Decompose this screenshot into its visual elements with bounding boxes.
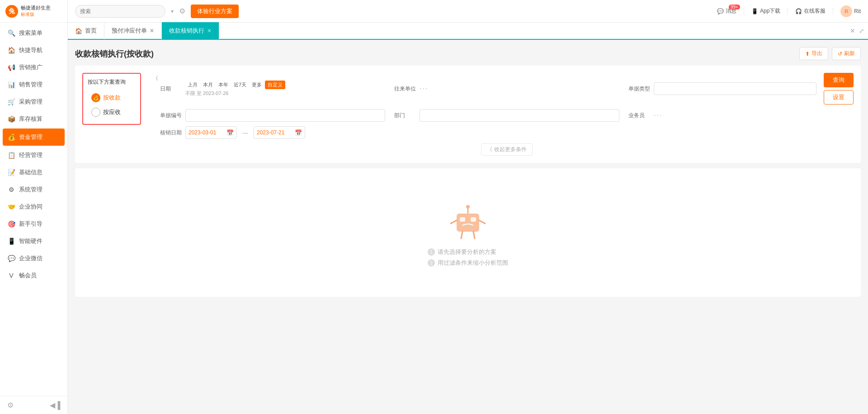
headphone-icon: 🎧 (795, 8, 802, 14)
nav-label-finance: 资金管理 (19, 133, 42, 141)
nav-label-smart-hardware: 智能硬件 (19, 237, 42, 245)
export-btn[interactable]: ⬆ 导出 (799, 47, 828, 60)
collapse-more-area: 《 收起更多条件 (160, 143, 854, 156)
date-opt-7days[interactable]: 近7天 (231, 81, 249, 89)
nav-label-sales: 销售管理 (19, 81, 42, 89)
tip-num-1: 1 (428, 248, 435, 256)
sidebar-item-sales[interactable]: 📊销售管理 (0, 76, 67, 93)
date-opt-this-year[interactable]: 本年 (216, 81, 231, 89)
nav-icon-system: ⚙ (7, 186, 15, 194)
message-btn[interactable]: 💬 消息 99+ (717, 7, 736, 15)
main-area: ▾ ⚙ 体验行业方案 💬 消息 99+ 📱 App下载 🎧 在线客服 R Rit (68, 0, 868, 414)
calendar-end-icon[interactable]: 📅 (295, 129, 302, 136)
collapse-filter-btn[interactable]: 《 (151, 74, 160, 83)
settings-btn[interactable]: 设置 (824, 90, 854, 105)
writeoff-start-input-wrap: 📅 (185, 126, 237, 139)
sidebar-item-marketing[interactable]: 📢营销推广 (0, 59, 67, 76)
settings-icon[interactable]: ⚙ (7, 401, 14, 409)
query-btn[interactable]: 查询 (824, 73, 854, 87)
voucher-type-select[interactable] (654, 82, 816, 95)
divider (744, 8, 744, 15)
sidebar-item-quick-nav[interactable]: 🏠快捷导航 (0, 42, 67, 59)
filter-option-by-receipt[interactable]: 💰 按收款 (88, 90, 136, 105)
sidebar-item-finance[interactable]: 💰资金管理 (3, 128, 65, 146)
tab-expand-icon[interactable]: ⤢ (859, 27, 864, 34)
writeoff-start-input[interactable] (189, 129, 225, 136)
nav-icon-newbie-guide: 🎯 (7, 220, 15, 228)
nav-icon-smart-hardware: 📱 (7, 237, 15, 245)
empty-tip2: 用过滤条件来缩小分析范围 (438, 259, 508, 267)
sidebar-item-purchase[interactable]: 🛒采购管理 (0, 93, 67, 110)
sidebar-item-search-menu[interactable]: 🔍搜索菜单 (0, 24, 67, 42)
refresh-btn[interactable]: ↺ 刷新 (832, 47, 861, 60)
industry-solution-btn[interactable]: 体验行业方案 (191, 5, 239, 18)
tab-home[interactable]: 🏠 首页 (68, 22, 104, 39)
collapse-sidebar-btn[interactable]: ◀▐ (50, 401, 60, 409)
collapse-icon: 《 (487, 146, 492, 153)
logo-icon: 兔 (5, 5, 18, 18)
sidebar-bottom: ⚙ ◀▐ (0, 396, 67, 414)
dept-label: 部门 (394, 112, 416, 119)
tab-receipt-writeoff-label: 收款核销执行 (169, 27, 204, 35)
username: Rit (854, 8, 861, 14)
tab-advance[interactable]: 预付冲应付单 ✕ (104, 22, 162, 39)
sidebar-item-inventory[interactable]: 📦库存核算 (0, 110, 67, 128)
sidebar-item-vip[interactable]: V畅会员 (0, 267, 67, 284)
sidebar-item-newbie-guide[interactable]: 🎯新手引导 (0, 215, 67, 233)
nav-icon-enterprise-collab: 🤝 (7, 203, 15, 211)
tip-num-2: 2 (428, 259, 435, 266)
staff-label: 业务员 (628, 112, 650, 119)
calendar-start-icon[interactable]: 📅 (226, 129, 234, 136)
sidebar-item-smart-hardware[interactable]: 📱智能硬件 (0, 233, 67, 250)
filter-date-row: 日期 上月 本月 本年 近7天 更多 自定义 不限 至 2023-07-26 (160, 73, 385, 105)
date-opt-last-month[interactable]: 上月 (185, 81, 200, 89)
search-input[interactable] (75, 5, 165, 18)
page-header: 收款核销执行(按收款) ⬆ 导出 ↺ 刷新 (75, 47, 861, 60)
writeoff-date-label: 核销日期 (160, 129, 182, 137)
voucher-no-input[interactable] (185, 109, 385, 122)
tab-close-all-icon[interactable]: ✕ (850, 27, 855, 34)
app-download-btn[interactable]: 📱 App下载 (751, 7, 780, 15)
nav-icon-search-menu: 🔍 (7, 29, 15, 37)
date-opt-more[interactable]: 更多 (250, 81, 264, 89)
filter-voucher-no-row: 单据编号 (160, 109, 385, 122)
sidebar-item-system[interactable]: ⚙系统管理 (0, 181, 67, 198)
gear-icon[interactable]: ⚙ (179, 7, 185, 15)
sidebar-item-enterprise-wechat[interactable]: 💬企业微信 (0, 250, 67, 267)
date-custom-btn[interactable]: 自定义 (265, 81, 285, 89)
nav-icon-sales: 📊 (7, 81, 15, 89)
nav-icon-enterprise-wechat: 💬 (7, 254, 15, 262)
nav-label-inventory: 库存核算 (19, 115, 42, 123)
dept-select[interactable] (420, 109, 619, 122)
date-opt-this-month[interactable]: 本月 (201, 81, 215, 89)
sidebar-item-operation[interactable]: 📋经营管理 (0, 147, 67, 164)
online-service-btn[interactable]: 🎧 在线客服 (795, 7, 826, 15)
nav-icon-basic-info: 📝 (7, 168, 15, 176)
tab-receipt-writeoff[interactable]: 收款核销执行 ✕ (162, 22, 219, 39)
date-options: 上月 本月 本年 近7天 更多 自定义 (185, 81, 385, 89)
empty-state: 1 请先选择要分析的方案 2 用过滤条件来缩小分析范围 (75, 168, 861, 297)
writeoff-end-input[interactable] (257, 129, 293, 136)
filter-option-by-receivable[interactable]: ⏱ 按应收 (88, 105, 136, 119)
collapse-more-btn[interactable]: 《 收起更多条件 (481, 143, 533, 156)
nav-label-quick-nav: 快捷导航 (19, 46, 42, 54)
svg-line-6 (479, 220, 485, 224)
sidebar-item-basic-info[interactable]: 📝基础信息 (0, 164, 67, 181)
tab-receipt-writeoff-close[interactable]: ✕ (207, 28, 212, 34)
user-area[interactable]: R Rit (840, 5, 861, 17)
tab-advance-label: 预付冲应付单 (112, 27, 147, 35)
staff-dots: ··· (654, 111, 662, 119)
refresh-icon: ↺ (838, 51, 842, 57)
filter-by-receipt-label: 按收款 (103, 94, 121, 102)
online-service-label: 在线客服 (804, 7, 826, 15)
tabbar: 🏠 首页 预付冲应付单 ✕ 收款核销执行 ✕ ✕ ⤢ (68, 23, 868, 40)
tab-advance-close[interactable]: ✕ (150, 28, 154, 34)
svg-line-7 (461, 232, 462, 238)
svg-point-4 (466, 205, 470, 209)
svg-line-5 (451, 220, 457, 224)
nav-icon-quick-nav: 🏠 (7, 46, 15, 54)
sidebar-item-enterprise-collab[interactable]: 🤝企业协同 (0, 198, 67, 215)
svg-rect-0 (457, 214, 479, 232)
dropdown-icon[interactable]: ▾ (171, 8, 174, 14)
svg-rect-1 (460, 217, 465, 222)
